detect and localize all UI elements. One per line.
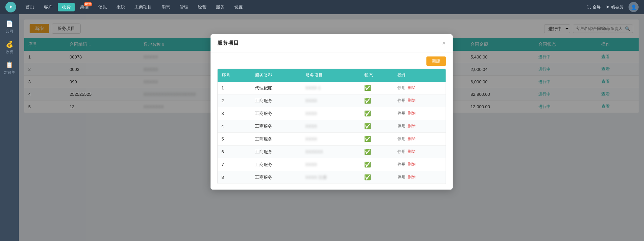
check-icon: ✅ [364, 85, 371, 91]
nav-item-管理[interactable]: 管理 [176, 3, 192, 11]
blurred-service-item: XXXX [305, 162, 317, 167]
sidebar-item-收费[interactable]: 💰收费 [0, 37, 19, 58]
sidebar-label: 合同 [6, 29, 13, 34]
blurred-service-item: XXXXXX [305, 149, 323, 154]
service-item-name: XXXX [301, 94, 360, 107]
list-item: 2工商服务XXXX✅停用删除 [218, 94, 446, 107]
delete-button[interactable]: 删除 [408, 149, 416, 154]
service-col-操作: 操作 [393, 69, 446, 82]
list-item: 1代理记账XXXX 1✅停用删除 [218, 82, 446, 94]
nav-item-客户[interactable]: 客户 [40, 3, 56, 11]
stop-button[interactable]: 停用 [397, 175, 406, 179]
nav-item-报税[interactable]: 报税 [112, 3, 129, 11]
service-status: ✅ [360, 120, 393, 133]
left-sidebar: 📄合同💰收费📋对账单 [0, 14, 19, 241]
stop-button[interactable]: 停用 [397, 85, 406, 90]
service-table-wrapper: 序号服务类型服务项目状态操作 1代理记账XXXX 1✅停用删除2工商服务XXXX… [217, 69, 446, 184]
service-seq: 3 [218, 107, 251, 120]
sidebar-item-对账单[interactable]: 📋对账单 [0, 58, 19, 78]
service-item-name: XXXX [301, 158, 360, 171]
stop-button[interactable]: 停用 [397, 124, 406, 128]
check-icon: ✅ [364, 174, 371, 180]
sidebar-label: 对账单 [4, 70, 15, 75]
modal-header: 服务项目 × [211, 34, 453, 52]
service-action: 停用删除 [393, 107, 446, 120]
blurred-service-item: XXXX [305, 111, 317, 116]
delete-button[interactable]: 删除 [408, 175, 416, 179]
list-item: 5工商服务XXXX✅停用删除 [218, 133, 446, 146]
modal-title: 服务项目 [217, 40, 239, 47]
modal-body: 序号服务类型服务项目状态操作 1代理记账XXXX 1✅停用删除2工商服务XXXX… [211, 69, 453, 190]
service-status: ✅ [360, 107, 393, 120]
nav-item-首页[interactable]: 首页 [22, 3, 38, 11]
service-item-name: XXXX [301, 107, 360, 120]
modal-close-button[interactable]: × [442, 40, 446, 46]
service-type: 代理记账 [251, 82, 302, 94]
service-action: 停用删除 [393, 171, 446, 184]
stop-button[interactable]: 停用 [397, 149, 406, 154]
service-action: 停用删除 [393, 94, 446, 107]
nav-item-收费[interactable]: 收费 [58, 3, 75, 11]
delete-button[interactable]: 删除 [408, 85, 416, 90]
modal-new-button[interactable]: 新建 [426, 56, 446, 66]
sidebar-item-合同[interactable]: 📄合同 [0, 17, 19, 37]
nav-badge: new [84, 2, 92, 6]
service-action: 停用删除 [393, 133, 446, 146]
delete-button[interactable]: 删除 [408, 98, 416, 103]
nav-item-消息[interactable]: 消息 [157, 3, 174, 11]
service-col-服务项目: 服务项目 [301, 69, 360, 82]
service-item-name: XXXX 注册 [301, 171, 360, 184]
service-status: ✅ [360, 82, 393, 94]
service-type: 工商服务 [251, 146, 302, 158]
service-seq: 8 [218, 171, 251, 184]
check-icon: ✅ [364, 149, 371, 155]
service-action: 停用删除 [393, 146, 446, 158]
delete-button[interactable]: 删除 [408, 124, 416, 128]
service-status: ✅ [360, 158, 393, 171]
service-item-name: XXXX 1 [301, 82, 360, 94]
blurred-service-item: XXXX 1 [305, 85, 321, 90]
service-status: ✅ [360, 133, 393, 146]
service-item-name: XXXX [301, 120, 360, 133]
service-type: 工商服务 [251, 120, 302, 133]
modal-toolbar: 新建 [211, 52, 453, 69]
check-icon: ✅ [364, 162, 371, 167]
top-navbar: ✦ 首页客户收费票据new记账报税工商项目消息管理经营服务设置 ⛶ 全屏 ▶ 畅… [0, 0, 644, 14]
nav-item-票据[interactable]: 票据new [76, 3, 93, 11]
delete-button[interactable]: 删除 [408, 136, 416, 141]
service-type: 工商服务 [251, 107, 302, 120]
stop-button[interactable]: 停用 [397, 162, 406, 167]
nav-items: 首页客户收费票据new记账报税工商项目消息管理经营服务设置 [22, 3, 587, 11]
blurred-service-item: XXXX [305, 98, 317, 103]
nav-item-工商项目[interactable]: 工商项目 [130, 3, 156, 11]
service-seq: 4 [218, 120, 251, 133]
list-item: 6工商服务XXXXXX✅停用删除 [218, 146, 446, 158]
service-col-服务类型: 服务类型 [251, 69, 302, 82]
check-icon: ✅ [364, 136, 371, 142]
service-col-序号: 序号 [218, 69, 251, 82]
delete-button[interactable]: 删除 [408, 111, 416, 116]
nav-item-记账[interactable]: 记账 [94, 3, 111, 11]
nav-item-设置[interactable]: 设置 [230, 3, 247, 11]
vip-btn[interactable]: ▶ 畅会员 [606, 4, 623, 10]
sidebar-icon: 💰 [6, 41, 13, 48]
service-item-name: XXXX [301, 133, 360, 146]
service-modal: 服务项目 × 新建 序号服务类型服务项目状态操作 1代理记账XXXX 1✅停用删… [211, 34, 453, 190]
nav-item-经营[interactable]: 经营 [194, 3, 211, 11]
blurred-service-item: XXXX [305, 136, 317, 142]
sidebar-label: 收费 [6, 49, 13, 54]
stop-button[interactable]: 停用 [397, 98, 406, 103]
modal-overlay: 服务项目 × 新建 序号服务类型服务项目状态操作 1代理记账XXXX 1✅停用删… [19, 14, 644, 241]
user-avatar[interactable]: 👤 [629, 2, 639, 12]
delete-button[interactable]: 删除 [408, 162, 416, 167]
fullscreen-btn[interactable]: ⛶ 全屏 [587, 4, 600, 10]
stop-button[interactable]: 停用 [397, 136, 406, 141]
blurred-service-item: XXXX [305, 124, 317, 129]
service-action: 停用删除 [393, 158, 446, 171]
nav-item-服务[interactable]: 服务 [212, 3, 229, 11]
sidebar-icon: 📄 [6, 20, 13, 28]
service-seq: 5 [218, 133, 251, 146]
check-icon: ✅ [364, 111, 371, 116]
stop-button[interactable]: 停用 [397, 111, 406, 116]
service-action: 停用删除 [393, 82, 446, 94]
